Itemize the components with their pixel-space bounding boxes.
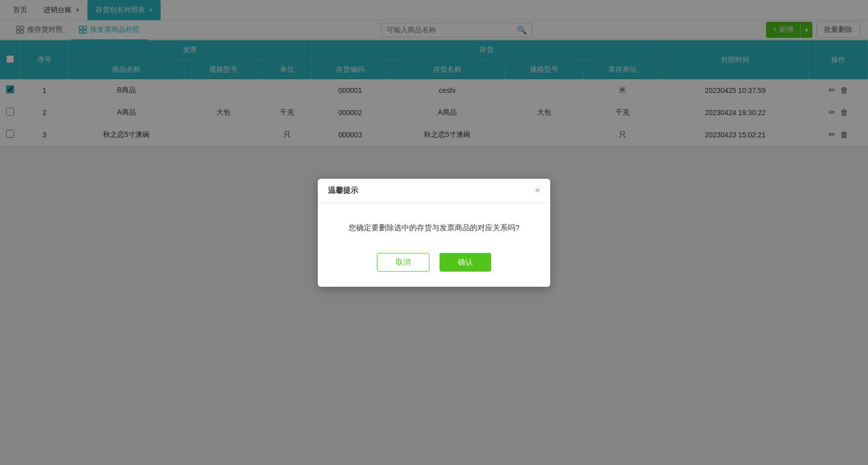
modal-overlay: 温馨提示 × 您确定要删除选中的存货与发票商品的对应关系吗? 取消 确认: [0, 0, 868, 146]
